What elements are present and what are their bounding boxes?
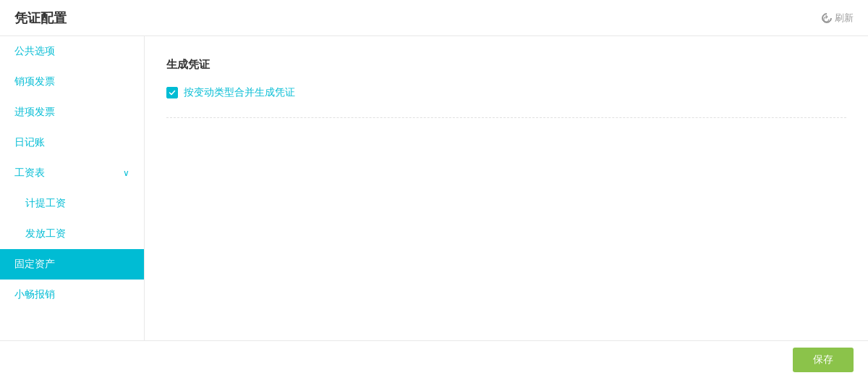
sidebar-item-label: 公共选项 bbox=[14, 45, 55, 58]
footer: 保存 bbox=[0, 340, 868, 378]
sidebar-item-journal[interactable]: 日记账 bbox=[0, 127, 144, 158]
refresh-icon: ↻ bbox=[820, 11, 834, 25]
chevron-down-icon: ∨ bbox=[123, 168, 129, 178]
sidebar-item-label: 销项发票 bbox=[14, 75, 55, 88]
sidebar-item-fixed-assets[interactable]: 固定资产 bbox=[0, 249, 144, 280]
sidebar-item-label: 小畅报销 bbox=[14, 288, 55, 301]
sidebar: 公共选项销项发票进项发票日记账工资表∨计提工资发放工资固定资产小畅报销 bbox=[0, 36, 145, 340]
sidebar-item-label: 计提工资 bbox=[25, 197, 66, 210]
divider bbox=[166, 117, 846, 118]
body: 公共选项销项发票进项发票日记账工资表∨计提工资发放工资固定资产小畅报销 生成凭证… bbox=[0, 36, 868, 340]
sidebar-item-payroll-table[interactable]: 工资表∨ bbox=[0, 158, 144, 188]
checkbox-row[interactable]: 按变动类型合并生成凭证 bbox=[166, 86, 846, 99]
section-title: 生成凭证 bbox=[166, 58, 846, 72]
sidebar-item-accrual-wage[interactable]: 计提工资 bbox=[0, 188, 144, 219]
page-wrapper: 凭证配置 ↻ 刷新 公共选项销项发票进项发票日记账工资表∨计提工资发放工资固定资… bbox=[0, 0, 868, 378]
header: 凭证配置 ↻ 刷新 bbox=[0, 0, 868, 36]
sidebar-item-label: 日记账 bbox=[14, 136, 45, 149]
sidebar-item-purchase-invoice[interactable]: 进项发票 bbox=[0, 97, 144, 127]
refresh-label: 刷新 bbox=[835, 12, 854, 25]
sidebar-item-label: 发放工资 bbox=[25, 227, 66, 240]
main-content: 生成凭证 按变动类型合并生成凭证 bbox=[145, 36, 868, 340]
sidebar-item-public-options[interactable]: 公共选项 bbox=[0, 36, 144, 67]
save-button[interactable]: 保存 bbox=[793, 348, 854, 372]
sidebar-item-label: 固定资产 bbox=[14, 258, 55, 271]
merge-checkbox[interactable] bbox=[166, 87, 178, 98]
page-title: 凭证配置 bbox=[14, 9, 67, 27]
sidebar-item-sales-invoice[interactable]: 销项发票 bbox=[0, 67, 144, 97]
checkmark-icon bbox=[169, 89, 176, 96]
refresh-button[interactable]: ↻ 刷新 bbox=[822, 12, 854, 25]
sidebar-item-label: 进项发票 bbox=[14, 106, 55, 119]
sidebar-item-expense-reimbursement[interactable]: 小畅报销 bbox=[0, 280, 144, 310]
checkbox-label: 按变动类型合并生成凭证 bbox=[184, 86, 295, 99]
sidebar-item-label: 工资表 bbox=[14, 167, 45, 180]
sidebar-item-pay-wage[interactable]: 发放工资 bbox=[0, 219, 144, 249]
